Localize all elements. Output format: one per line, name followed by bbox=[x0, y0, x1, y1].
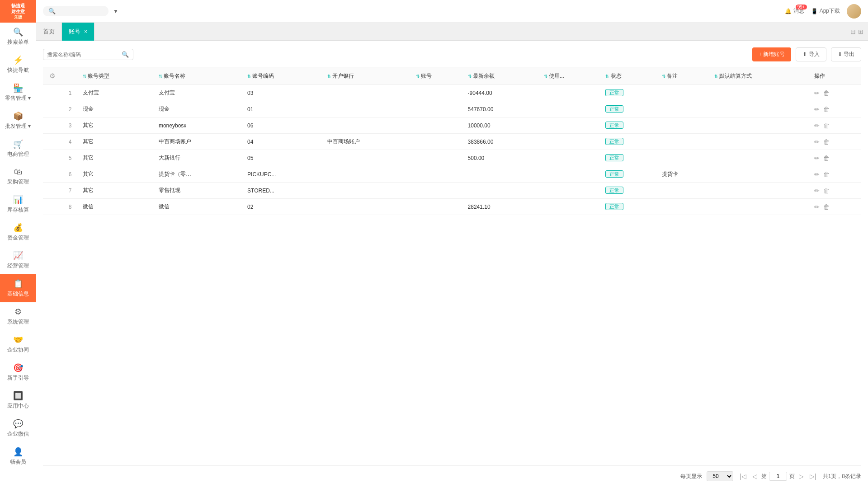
content-search[interactable]: 🔍 bbox=[43, 49, 133, 60]
table-header: ⚙ ⇅ 账号类型 ⇅ 账号名称 ⇅ 账号编码 ⇅ 开户银行 ⇅ 账号 ⇅ 最新余… bbox=[43, 67, 861, 85]
topbar-search-input[interactable] bbox=[58, 8, 103, 14]
row-status-4: 正常 bbox=[602, 150, 658, 166]
sidebar-icon-8: 📈 bbox=[13, 251, 23, 261]
prev-page-button[interactable]: ◁ bbox=[750, 472, 759, 481]
sidebar-item-5[interactable]: 🛍 采购管理 bbox=[0, 163, 36, 190]
row-settle-2 bbox=[711, 117, 811, 134]
edit-button-1[interactable]: ✏ bbox=[814, 106, 820, 113]
row-usage-2 bbox=[540, 117, 602, 134]
row-remark-5: 提货卡 bbox=[658, 166, 711, 183]
row-gear-4 bbox=[43, 150, 61, 166]
th-name[interactable]: ⇅ 账号名称 bbox=[155, 67, 244, 85]
delete-button-6[interactable]: 🗑 bbox=[823, 187, 830, 194]
delete-button-1[interactable]: 🗑 bbox=[823, 106, 830, 113]
row-balance-1: 547670.00 bbox=[464, 101, 540, 117]
sidebar-icon-9: 📋 bbox=[13, 279, 23, 289]
edit-button-2[interactable]: ✏ bbox=[814, 122, 820, 129]
export-button[interactable]: ⬇ 导出 bbox=[831, 47, 861, 61]
delete-button-4[interactable]: 🗑 bbox=[823, 155, 830, 162]
row-name-6: 零售抵现 bbox=[155, 183, 244, 199]
app-download-button[interactable]: 📱 App下载 bbox=[811, 7, 840, 15]
th-remark[interactable]: ⇅ 备注 bbox=[658, 67, 711, 85]
sidebar-item-13[interactable]: 🔲 应用中心 bbox=[0, 386, 36, 414]
last-page-button[interactable]: ▷| bbox=[808, 472, 818, 481]
row-status-6: 正常 bbox=[602, 183, 658, 199]
delete-button-3[interactable]: 🗑 bbox=[823, 138, 830, 145]
row-action-1: ✏ 🗑 bbox=[811, 101, 861, 117]
tabbar: 首页 账号 × ⊟ ⊞ bbox=[36, 23, 868, 41]
edit-button-0[interactable]: ✏ bbox=[814, 89, 820, 97]
th-usage[interactable]: ⇅ 使用... bbox=[540, 67, 602, 85]
sidebar-item-9[interactable]: 📋 基础信息 bbox=[0, 274, 36, 302]
delete-button-2[interactable]: 🗑 bbox=[823, 122, 830, 129]
edit-button-4[interactable]: ✏ bbox=[814, 155, 820, 162]
gear-icon[interactable]: ⚙ bbox=[49, 72, 55, 80]
add-account-button[interactable]: + 新增账号 bbox=[752, 47, 791, 61]
next-page-button[interactable]: ▷ bbox=[797, 472, 806, 481]
account-table-wrap: ⚙ ⇅ 账号类型 ⇅ 账号名称 ⇅ 账号编码 ⇅ 开户银行 ⇅ 账号 ⇅ 最新余… bbox=[43, 67, 861, 465]
sidebar-icon-5: 🛍 bbox=[14, 167, 22, 177]
row-bank-4 bbox=[324, 150, 412, 166]
edit-button-3[interactable]: ✏ bbox=[814, 138, 820, 145]
tab-expand-icon[interactable]: ⊞ bbox=[858, 28, 863, 35]
sidebar-item-11[interactable]: 🤝 企业协同 bbox=[0, 330, 36, 358]
sidebar-label-3: 批发管理 ▾ bbox=[5, 122, 31, 130]
avatar[interactable] bbox=[847, 4, 861, 19]
import-button[interactable]: ⬆ 导入 bbox=[796, 47, 826, 61]
notifications-button[interactable]: 🔔 消息 99+ bbox=[785, 7, 804, 15]
row-balance-7: 28241.10 bbox=[464, 199, 540, 215]
sidebar-item-1[interactable]: ⚡ 快捷导航 bbox=[0, 51, 36, 79]
topbar-dropdown[interactable]: ▼ bbox=[113, 8, 118, 14]
content-search-icon[interactable]: 🔍 bbox=[122, 51, 129, 58]
row-action-0: ✏ 🗑 bbox=[811, 85, 861, 101]
row-status-7: 正常 bbox=[602, 199, 658, 215]
row-remark-7 bbox=[658, 199, 711, 215]
sidebar-item-4[interactable]: 🛒 电商管理 bbox=[0, 135, 36, 163]
row-settle-3 bbox=[711, 134, 811, 150]
row-bank-6 bbox=[324, 183, 412, 199]
row-status-1: 正常 bbox=[602, 101, 658, 117]
delete-button-5[interactable]: 🗑 bbox=[823, 171, 830, 178]
tab-accounts[interactable]: 账号 × bbox=[62, 23, 94, 41]
delete-button-0[interactable]: 🗑 bbox=[823, 89, 830, 97]
sidebar-item-6[interactable]: 📊 库存核算 bbox=[0, 190, 36, 218]
th-balance[interactable]: ⇅ 最新余额 bbox=[464, 67, 540, 85]
content-search-input[interactable] bbox=[47, 52, 119, 58]
sidebar-label-14: 企业微信 bbox=[7, 430, 29, 438]
th-code[interactable]: ⇅ 账号编码 bbox=[244, 67, 324, 85]
tab-home[interactable]: 首页 bbox=[36, 23, 62, 41]
sidebar-item-3[interactable]: 📦 批发管理 ▾ bbox=[0, 107, 36, 135]
sidebar-icon-4: 🛒 bbox=[13, 139, 23, 149]
sidebar-item-14[interactable]: 💬 企业微信 bbox=[0, 414, 36, 442]
edit-button-7[interactable]: ✏ bbox=[814, 203, 820, 211]
row-type-3: 其它 bbox=[79, 134, 155, 150]
sidebar-item-8[interactable]: 📈 经营管理 bbox=[0, 246, 36, 274]
sidebar-item-15[interactable]: 👤 畅会员 bbox=[0, 442, 36, 470]
delete-button-7[interactable]: 🗑 bbox=[823, 203, 830, 211]
content-toolbar: 🔍 + 新增账号 ⬆ 导入 ⬇ 导出 bbox=[43, 47, 861, 61]
sidebar-item-2[interactable]: 🏪 零售管理 ▾ bbox=[0, 79, 36, 107]
first-page-button[interactable]: |◁ bbox=[738, 472, 748, 481]
th-status[interactable]: ⇅ 状态 bbox=[602, 67, 658, 85]
th-account[interactable]: ⇅ 账号 bbox=[412, 67, 464, 85]
edit-button-5[interactable]: ✏ bbox=[814, 171, 820, 178]
sidebar-label-15: 畅会员 bbox=[10, 458, 26, 466]
sidebar-item-0[interactable]: 🔍 搜索菜单 bbox=[0, 23, 36, 51]
th-type[interactable]: ⇅ 账号类型 bbox=[79, 67, 155, 85]
sidebar-item-7[interactable]: 💰 资金管理 bbox=[0, 218, 36, 246]
topbar-search[interactable]: 🔍 bbox=[43, 6, 108, 16]
tab-minimize-icon[interactable]: ⊟ bbox=[850, 28, 856, 35]
sidebar-item-10[interactable]: ⚙ 系统管理 bbox=[0, 302, 36, 330]
row-num-1: 2 bbox=[61, 101, 79, 117]
th-bank[interactable]: ⇅ 开户银行 bbox=[324, 67, 412, 85]
page-number-input[interactable] bbox=[769, 472, 787, 481]
th-settle[interactable]: ⇅ 默认结算方式 bbox=[711, 67, 811, 85]
sidebar-label-2: 零售管理 ▾ bbox=[5, 94, 31, 102]
row-status-5: 正常 bbox=[602, 166, 658, 183]
page-size-select[interactable]: 50 100 bbox=[707, 471, 733, 481]
edit-button-6[interactable]: ✏ bbox=[814, 187, 820, 194]
row-code-4: 05 bbox=[244, 150, 324, 166]
sidebar-item-12[interactable]: 🎯 新手引导 bbox=[0, 358, 36, 386]
tab-close-icon[interactable]: × bbox=[84, 28, 87, 35]
row-balance-4: 500.00 bbox=[464, 150, 540, 166]
